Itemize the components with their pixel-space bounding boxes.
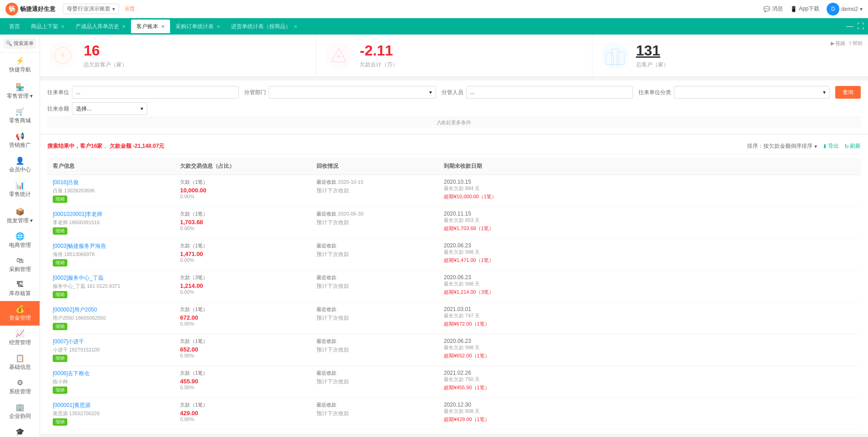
due-days-3: 最长欠款 998 天 [444, 249, 855, 256]
customer-name-8[interactable]: [000001]黄思源 [53, 402, 169, 409]
collect-recent-6: 最近收款 [316, 338, 433, 345]
dept-select[interactable]: ▾ [269, 86, 436, 99]
sidebar-item-newbie[interactable]: 🎓 新手引导 [0, 424, 40, 437]
marketing-label: 营销推广 [9, 141, 31, 149]
due-overdue-6[interactable]: 超期¥652.00（1笔） [444, 352, 855, 359]
due-overdue-8[interactable]: 超期¥429.00（1笔） [444, 416, 855, 423]
tab-products[interactable]: 商品上下架 ✕ [25, 20, 70, 33]
sidebar-search-btn[interactable]: 🔍 搜索菜单 [4, 38, 36, 49]
stat-icon-customers: ¥ [49, 42, 76, 69]
sidebar-item-retail-mgmt[interactable]: 🏪 零售管理 ▾ [0, 79, 40, 104]
message-btn[interactable]: 💬 消息 [763, 5, 783, 13]
owe-amount-2: 1,703.68 [180, 219, 306, 226]
from-unit-input[interactable]: ... [72, 86, 239, 99]
tab-inventory[interactable]: 进货单统计表（按商品） ✕ [226, 20, 303, 33]
owe-percent-8: 0.00% [180, 417, 306, 422]
export-btn[interactable]: ⬇ 导出 [823, 142, 839, 150]
customer-name-1[interactable]: [0016]吕俊 [53, 179, 169, 186]
tab-products-close[interactable]: ✕ [61, 24, 65, 29]
person-input[interactable]: ... [466, 86, 633, 99]
tab-home[interactable]: 首页 [4, 20, 25, 33]
app-download-btn[interactable]: 📱 App下载 [790, 5, 819, 13]
tab-maximize-btn[interactable]: ⛶ [857, 22, 864, 30]
tab-customer[interactable]: 客户账本 ✕ [131, 20, 170, 33]
sidebar-item-ecommerce[interactable]: 🌐 电商管理 [0, 228, 40, 253]
customer-name-4[interactable]: [0002]服务中心_丁磊 [53, 274, 169, 282]
results-info: 搜索结果中，客户16家， 欠款金额 -21,148.07元 排序：按欠款金额倒序… [47, 139, 861, 154]
customer-phone-2: 李老师 18600391516 [53, 219, 169, 226]
table-row: [000002]用户2050 用户2050 18665062050 现销 欠款（… [47, 302, 861, 334]
balance-select[interactable]: 选择... ▾ [72, 102, 147, 115]
user-area[interactable]: D demo2 ▾ [827, 3, 863, 15]
sidebar-item-system[interactable]: ⚙ 系统管理 [0, 375, 40, 399]
tab-customer-close[interactable]: ✕ [161, 24, 165, 29]
due-overdue-1[interactable]: 超期¥10,000.00（1笔） [444, 193, 855, 200]
td-due-2: 2020.11.15 最长欠款 853 天 超期¥1,703.68（1笔） [438, 207, 861, 238]
help-label: 帮助 [853, 40, 863, 47]
sidebar-item-quick-nav[interactable]: ⚡ 快捷导航 [0, 53, 40, 77]
sidebar-item-purchase[interactable]: 🛍 采购管理 [0, 253, 40, 277]
collect-recent-5: 最近收款 [316, 306, 433, 313]
sidebar-item-stock[interactable]: 🏗 库存核算 [0, 277, 40, 301]
due-days-5: 最长欠款 747 天 [444, 312, 855, 319]
tab-production-close[interactable]: ✕ [122, 24, 125, 29]
stat-content-total: 131 总客户（家） [636, 42, 859, 69]
sidebar-item-member[interactable]: 👤 会员中心 [0, 153, 40, 177]
customer-name-3[interactable]: [0003]畅捷服务尹海燕 [53, 242, 169, 250]
sidebar-item-retail-stats[interactable]: 📊 零售统计 [0, 177, 40, 202]
customer-phone-6: 小进千 18279152100 [53, 347, 169, 353]
stat-label-customers: 总欠款客户（家） [84, 61, 306, 69]
top-bar: 畅 畅捷通好生意 母婴行业演示账套 ▾ 示范 💬 消息 📱 App下载 D de… [0, 0, 868, 18]
tab-purchase[interactable]: 采购订单统计表 ✕ [170, 20, 226, 33]
sidebar-item-retail-mall[interactable]: 🛒 零售商城 [0, 104, 40, 128]
customer-name-6[interactable]: [0007]小进千 [53, 338, 169, 346]
tab-minimize-btn[interactable]: — [846, 22, 853, 30]
refresh-label: 刷新 [850, 142, 861, 150]
customer-name-5[interactable]: [000002]用户2050 [53, 306, 169, 314]
category-select[interactable]: ▾ [674, 86, 830, 99]
tab-purchase-close[interactable]: ✕ [216, 24, 220, 29]
due-overdue-5[interactable]: 超期¥672.00（1笔） [444, 321, 855, 327]
customer-name-7[interactable]: [0006]去下粮仓 [53, 370, 169, 377]
collect-next-5: 预计下次收款 [316, 314, 433, 322]
sidebar-item-business[interactable]: 📈 经营管理 [0, 326, 40, 350]
due-days-2: 最长欠款 853 天 [444, 217, 855, 224]
sidebar-item-finance[interactable]: 💰 资金管理 [0, 301, 40, 326]
tab-products-label: 商品上下架 [31, 23, 58, 30]
refresh-btn[interactable]: ↻ 刷新 [844, 142, 861, 150]
video-help-btn[interactable]: ▶ 视频 [831, 40, 845, 47]
store-selector[interactable]: 母婴行业演示账套 ▾ [63, 4, 119, 14]
tab-production[interactable]: 产成品入库单历史 ✕ [70, 20, 131, 33]
category-label: 往来单位分类 [638, 89, 671, 96]
message-label: 消息 [772, 5, 783, 13]
main-layout: 🔍 搜索菜单 ⚡ 快捷导航 🏪 零售管理 ▾ 🛒 零售商城 📢 营销推广 👤 会… [0, 35, 868, 437]
svg-rect-4 [606, 53, 613, 65]
owe-count-6: 欠款（1笔） [180, 338, 306, 345]
help-btn[interactable]: ? 帮助 [849, 40, 863, 47]
search-btn[interactable]: 查询 [835, 86, 861, 99]
stat-card-customers: ¥ 16 总欠款客户（家） [40, 35, 316, 76]
svg-rect-6 [617, 52, 624, 65]
td-customer-7: [0006]去下粮仓 陈小帅 现销 [47, 366, 175, 397]
sidebar-item-basic-info[interactable]: 📋 基础信息 [0, 350, 40, 375]
due-overdue-2[interactable]: 超期¥1,703.68（1笔） [444, 225, 855, 232]
collapse-btn[interactable]: ⋀ 收起更多条件 [47, 117, 861, 128]
sort-btn[interactable]: 排序：按欠款金额倒序排序 ▾ [747, 142, 817, 150]
ecommerce-label: 电商管理 [9, 241, 31, 249]
due-overdue-7[interactable]: 超期¥455.90（1笔） [444, 384, 855, 391]
sidebar-item-marketing[interactable]: 📢 营销推广 [0, 128, 40, 153]
enterprise-icon: 🏢 [15, 403, 25, 412]
sidebar-item-batch-mgmt[interactable]: 📦 批发管理 ▾ [0, 204, 40, 228]
td-customer-8: [000001]黄思源 黄思源 13552700226 现销 [47, 398, 175, 429]
customer-tag-7: 现销 [53, 387, 67, 394]
due-overdue-3[interactable]: 超期¥1,471.00（1笔） [444, 257, 855, 264]
due-overdue-4[interactable]: 超期¥1,214.00（3笔） [444, 289, 855, 296]
sidebar-item-enterprise[interactable]: 🏢 企业协同 [0, 399, 40, 424]
dept-arrow: ▾ [429, 89, 432, 95]
member-label: 会员中心 [9, 166, 31, 174]
logo-text: 畅捷通好生意 [20, 5, 55, 13]
th-due: 到期未收款日期 [438, 158, 861, 175]
tab-inventory-close[interactable]: ✕ [294, 24, 297, 29]
results-summary: 搜索结果中，客户16家， 欠款金额 -21,148.07元 [47, 142, 164, 150]
customer-name-2[interactable]: [0001020001]李老师 [53, 211, 169, 218]
